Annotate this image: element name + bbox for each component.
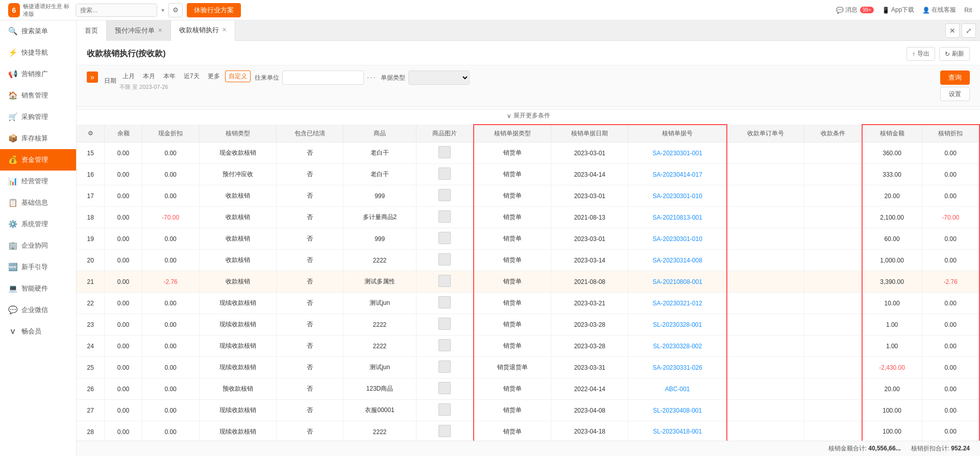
sidebar-item-system[interactable]: ⚙️ 系统管理 [0,213,76,235]
sidebar-item-search[interactable]: 🔍 搜索菜单 [0,20,76,42]
cell-vo-date: 2023-03-28 [551,335,628,357]
th-receipt-order: 收款单订单号 [727,125,804,142]
funds-icon: 💰 [8,155,17,164]
date-7days-btn[interactable]: 近7天 [181,71,203,82]
sidebar-item-guide[interactable]: 🆕 新手引导 [0,256,76,278]
cell-product-image [416,228,474,250]
sidebar-label: 搜索菜单 [21,27,48,36]
operations-icon: 📊 [8,177,17,186]
cell-balance: 0.00 [105,142,142,164]
cell-receipt-order [727,164,804,185]
cell-product: 老白干 [344,164,416,185]
cell-receipt-order [727,400,804,421]
counterparty-input[interactable] [282,70,364,85]
page-header-actions: ↑ 导出 ↻ 刷新 [906,47,970,61]
cell-vo-no: SA-20230414-017 [628,164,727,185]
tab-bar-actions: ✕ ⤢ [945,23,980,38]
breadcrumb-input[interactable] [76,4,157,17]
date-this-year-btn[interactable]: 本年 [160,71,179,82]
user-name[interactable]: Rit [964,7,972,14]
tab-maximize-btn[interactable]: ⤢ [962,23,976,38]
solution-button[interactable]: 休验行业方案 [187,3,241,17]
cell-included: 否 [276,250,344,271]
cell-balance: 0.00 [105,378,142,400]
sidebar-item-purchase[interactable]: 🛒 采购管理 [0,106,76,128]
main-content: 首页 预付冲应付单 ✕ 收款核销执行 ✕ ✕ ⤢ 收款核销执行(按收款) [77,20,980,456]
th-receipt-cond: 收款条件 [804,125,862,142]
th-cash-discount: 现金折扣 [142,125,199,142]
cell-writeoff-discount: 0.00 [922,335,979,357]
cell-vo-type: 销货单 [474,421,551,441]
tab-prepay[interactable]: 预付冲应付单 ✕ [107,20,171,41]
cell-included: 否 [276,335,344,357]
setting-button[interactable]: 设置 [940,87,970,101]
sidebar-item-operations[interactable]: 📊 经营管理 [0,171,76,192]
gear-button[interactable]: ⚙ [168,3,183,17]
purchase-icon: 🛒 [8,112,17,122]
tab-home[interactable]: 首页 [77,20,107,41]
cell-product: 2222 [344,421,416,441]
sidebar-item-enterprise[interactable]: 🏢 企业协同 [0,235,76,256]
cell-balance: 0.00 [105,250,142,271]
th-settings[interactable]: ⚙ [77,125,105,142]
cell-writeoff-discount: -2.76 [922,271,979,293]
cell-receipt-cond [804,164,862,185]
vouchertype-select[interactable] [408,70,470,85]
message-btn[interactable]: 💬 消息 99+ [836,6,874,14]
cell-product-image [416,250,474,271]
date-last-month-btn[interactable]: 上月 [119,71,138,82]
table-row: 21 0.00 -2.76 收款核销 否 测试多属性 销货单 2021-08-0… [77,271,979,293]
filter-expand-button[interactable]: » [87,71,98,83]
sidebar-item-marketing[interactable]: 📢 营销推广 [0,63,76,85]
cell-balance: 0.00 [105,271,142,293]
cell-vo-type: 销货单 [474,164,551,185]
cell-no: 18 [77,207,105,228]
date-custom-btn[interactable]: 自定义 [225,70,251,82]
cell-writeoff-amount: 20.00 [862,378,922,400]
cell-cash-discount: 0.00 [142,228,199,250]
footer-writeoff-total: 核销金额合计: 40,556,66... [828,444,901,453]
cell-writeoff-discount: 0.00 [922,314,979,335]
sidebar-item-inventory[interactable]: 📦 库存核算 [0,128,76,149]
table-wrapper[interactable]: ⚙ 余额 现金折扣 核销类型 包含已结清 商品 商品图片 核销单据类型 核销单据… [77,124,980,441]
cell-product: 999 [344,228,416,250]
sidebar-item-member[interactable]: V 畅会员 [0,321,76,342]
cell-included: 否 [276,378,344,400]
sidebar: 🔍 搜索菜单 ⚡ 快捷导航 📢 营销推广 🏠 销售管理 🛒 采购管理 📦 库存核… [0,20,77,456]
sidebar-item-wechat[interactable]: 💬 企业微信 [0,299,76,321]
cell-product-image [416,164,474,185]
refresh-button[interactable]: ↻ 刷新 [939,47,970,61]
table-row: 22 0.00 0.00 现续收款核销 否 测试jun 销货单 2023-03-… [77,293,979,314]
cell-vo-type: 销货单 [474,314,551,335]
cell-writeoff-type: 现续收款核销 [199,314,276,335]
sidebar-item-sales[interactable]: 🏠 销售管理 [0,85,76,106]
sidebar-item-hardware[interactable]: 💻 智能硬件 [0,278,76,299]
cell-receipt-order [727,207,804,228]
cell-writeoff-discount: 0.00 [922,400,979,421]
date-this-month-btn[interactable]: 本月 [140,71,158,82]
cell-cash-discount: 0.00 [142,164,199,185]
search-icon: 🔍 [8,27,17,36]
cell-vo-type: 销货退货单 [474,357,551,378]
cell-writeoff-discount: 0.00 [922,293,979,314]
counterparty-label: 往来单位 [255,74,279,82]
sidebar-item-funds[interactable]: 💰 资金管理 [0,149,76,171]
more-conditions-btn[interactable]: ∨ 展开更多条件 [77,109,980,122]
tab-receipts[interactable]: 收款核销执行 ✕ [171,20,235,41]
sidebar-item-quick-nav[interactable]: ⚡ 快捷导航 [0,42,76,63]
tab-receipts-close-icon[interactable]: ✕ [222,27,227,33]
online-service-btn[interactable]: 👤 在线客服 [922,6,956,14]
sidebar-item-basic[interactable]: 📋 基础信息 [0,192,76,213]
table-header-row: ⚙ 余额 现金折扣 核销类型 包含已结清 商品 商品图片 核销单据类型 核销单据… [77,125,979,142]
query-button[interactable]: 查询 [940,70,970,85]
cell-writeoff-amount: 1,000.00 [862,250,922,271]
cell-product-image [416,400,474,421]
app-download-btn[interactable]: 📱 App下载 [882,6,914,14]
tab-close-all-btn[interactable]: ✕ [945,23,960,38]
export-button[interactable]: ↑ 导出 [906,47,935,61]
cell-vo-type: 销货单 [474,142,551,164]
cell-receipt-order [727,314,804,335]
cell-vo-type: 销货单 [474,400,551,421]
date-more-btn[interactable]: 更多 [205,71,223,82]
tab-prepay-close-icon[interactable]: ✕ [158,27,162,34]
